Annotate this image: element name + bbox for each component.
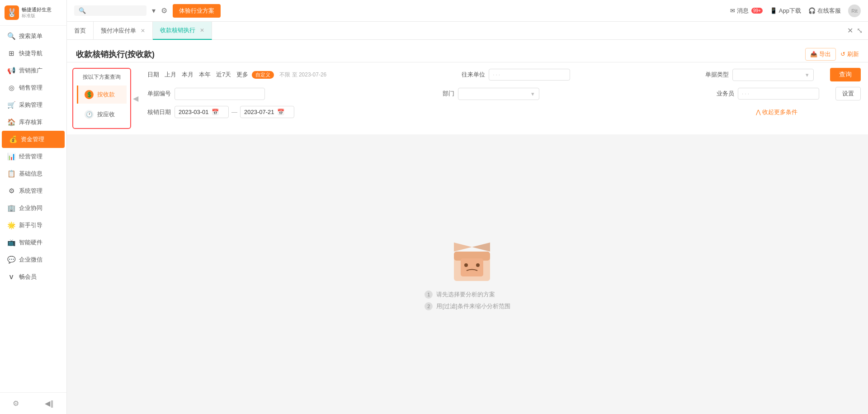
tab-prepay-offset[interactable]: 预付冲应付单 ✕ bbox=[94, 22, 153, 40]
system-icon: ⚙ bbox=[7, 187, 15, 195]
date-preset-this-year[interactable]: 本年 bbox=[197, 70, 212, 80]
offset-date-end-input[interactable]: 2023-07-21 📅 bbox=[240, 106, 294, 118]
receipt-tab-label: 收款核销执行 bbox=[160, 26, 195, 34]
header-search-bar[interactable]: 🔍 bbox=[74, 5, 146, 16]
receipt-tab-close-icon[interactable]: ✕ bbox=[200, 27, 204, 33]
hint-text-2: 用[过滤]条件来缩小分析范围 bbox=[436, 302, 510, 310]
counterparty-input[interactable]: ··· bbox=[489, 69, 570, 81]
sidebar-item-basic-info[interactable]: 📋 基础信息 bbox=[0, 165, 66, 182]
sidebar-collapse-icon[interactable]: ◀‖ bbox=[43, 397, 56, 409]
hint-num-1: 1 bbox=[425, 290, 433, 299]
calendar-end-icon: 📅 bbox=[277, 109, 284, 115]
sidebar-item-system[interactable]: ⚙ 系统管理 bbox=[0, 182, 66, 200]
tab-close-all-icon[interactable]: ✕ bbox=[847, 26, 853, 35]
tab-expand-icon[interactable]: ⤡ bbox=[857, 26, 863, 35]
counterparty-field-group: 往来单位 ··· bbox=[462, 69, 570, 81]
date-preset-7days[interactable]: 近7天 bbox=[214, 70, 233, 80]
sidebar-item-operations[interactable]: 📊 经营管理 bbox=[0, 148, 66, 165]
sidebar-item-label: 采购管理 bbox=[19, 101, 42, 109]
date-preset-more[interactable]: 更多 bbox=[235, 70, 250, 80]
sidebar-item-guide[interactable]: 🌟 新手引导 bbox=[0, 217, 66, 234]
logo-icon: 🐰 bbox=[5, 5, 19, 20]
docno-input[interactable] bbox=[175, 88, 265, 100]
sidebar-item-member[interactable]: V 畅会员 bbox=[0, 268, 66, 286]
sidebar-item-label: 营销推广 bbox=[19, 67, 42, 75]
tab-home[interactable]: 首页 bbox=[67, 22, 94, 40]
enterprise-icon: 🏢 bbox=[7, 204, 15, 212]
app-download-btn[interactable]: 📱 App下载 bbox=[770, 7, 801, 15]
online-service-btn[interactable]: 🎧 在线客服 bbox=[808, 7, 841, 15]
sidebar-item-wechat[interactable]: 💬 企业微信 bbox=[0, 251, 66, 268]
tab-bar: 首页 预付冲应付单 ✕ 收款核销执行 ✕ ✕ ⤡ bbox=[67, 22, 868, 40]
sidebar-item-sales[interactable]: ◎ 销售管理 bbox=[0, 79, 66, 96]
settings-button[interactable]: 设置 bbox=[835, 87, 861, 100]
search-icon: 🔍 bbox=[79, 7, 86, 14]
action-col: 查询 bbox=[830, 68, 861, 81]
export-icon: 📤 bbox=[810, 51, 817, 57]
prepay-tab-close-icon[interactable]: ✕ bbox=[141, 28, 145, 34]
date-preset-this-month[interactable]: 本月 bbox=[180, 70, 195, 80]
filter-type-box: 按以下方案查询 💲 按收款 🕐 按应收 bbox=[72, 68, 131, 129]
sidebar-item-search-menu[interactable]: 🔍 搜索菜单 bbox=[0, 28, 66, 45]
online-service-label: 在线客服 bbox=[817, 7, 841, 15]
receivable-type-icon: 🕐 bbox=[85, 110, 94, 119]
finance-icon: 💰 bbox=[9, 135, 17, 143]
page-header: 收款核销执行(按收款) 📤 导出 ↺ 刷新 bbox=[67, 40, 868, 62]
offset-date-start-input[interactable]: 2023-03-01 📅 bbox=[175, 106, 229, 118]
filter-type-by-receipt[interactable]: 💲 按收款 bbox=[77, 86, 127, 104]
page-title: 收款核销执行(按收款) bbox=[76, 49, 155, 60]
docno-label: 单据编号 bbox=[147, 90, 171, 98]
sidebar-item-marketing[interactable]: 📢 营销推广 bbox=[0, 62, 66, 79]
quick-nav-icon: ⊞ bbox=[7, 49, 15, 57]
doctype-select[interactable]: ▾ bbox=[732, 69, 814, 81]
purchase-icon: 🛒 bbox=[7, 101, 15, 109]
staff-input[interactable]: ··· bbox=[738, 88, 819, 100]
sidebar-item-label: 经营管理 bbox=[19, 152, 42, 161]
query-button[interactable]: 查询 bbox=[830, 68, 861, 81]
dept-field-group: 部门 ▾ bbox=[443, 88, 539, 100]
sidebar-item-finance[interactable]: 💰 资金管理 bbox=[2, 131, 65, 148]
sidebar-item-purchase[interactable]: 🛒 采购管理 bbox=[0, 96, 66, 114]
sidebar-item-inventory[interactable]: 🏠 库存核算 bbox=[0, 114, 66, 131]
sidebar-item-hardware[interactable]: 📺 智能硬件 bbox=[0, 234, 66, 251]
svg-point-4 bbox=[476, 263, 480, 267]
header-settings-icon[interactable]: ⚙ bbox=[161, 6, 167, 15]
industry-solution-button[interactable]: 体验行业方案 bbox=[173, 4, 221, 18]
sidebar-item-label: 搜索菜单 bbox=[19, 32, 42, 40]
header-actions: ✉ 消息 99+ 📱 App下载 🎧 在线客服 Rit bbox=[730, 5, 861, 17]
sidebar-bottom: ⚙ ◀‖ bbox=[0, 392, 66, 414]
tab-receipt-offset[interactable]: 收款核销执行 ✕ bbox=[153, 22, 212, 40]
sidebar-item-quick-nav[interactable]: ⊞ 快捷导航 bbox=[0, 45, 66, 62]
sidebar-item-label: 资金管理 bbox=[21, 135, 44, 143]
operations-icon: 📊 bbox=[7, 152, 15, 161]
collapse-btn[interactable]: ⋀ 收起更多条件 bbox=[756, 108, 797, 116]
staff-dots-icon: ··· bbox=[742, 90, 750, 97]
message-btn[interactable]: ✉ 消息 99+ bbox=[730, 7, 763, 15]
guide-icon: 🌟 bbox=[7, 221, 15, 229]
message-badge: 99+ bbox=[751, 8, 763, 14]
staff-field-group: 业务员 ··· bbox=[717, 88, 819, 100]
doctype-field-group: 单据类型 ▾ bbox=[705, 69, 814, 81]
filter-type-by-receivable-label: 按应收 bbox=[97, 110, 115, 119]
svg-point-3 bbox=[464, 263, 468, 267]
user-avatar[interactable]: Rit bbox=[848, 5, 861, 17]
export-button[interactable]: 📤 导出 bbox=[805, 48, 836, 61]
header-gear-icon[interactable]: ▾ bbox=[152, 6, 156, 15]
custom-tag[interactable]: 自定义 bbox=[252, 71, 274, 79]
offset-date-range: 2023-03-01 📅 — 2023-07-21 📅 bbox=[175, 106, 294, 118]
basic-info-icon: 📋 bbox=[7, 170, 15, 178]
date-range-separator: — bbox=[231, 109, 237, 115]
sidebar-item-enterprise[interactable]: 🏢 企业协同 bbox=[0, 200, 66, 217]
dept-select[interactable]: ▾ bbox=[458, 88, 539, 100]
offset-date-end-value: 2023-07-21 bbox=[244, 109, 274, 115]
prepay-tab-label: 预付冲应付单 bbox=[101, 27, 136, 35]
marketing-icon: 📢 bbox=[7, 67, 15, 75]
panel-toggle-icon[interactable]: ◀ bbox=[131, 62, 140, 134]
sidebar-settings-icon[interactable]: ⚙ bbox=[11, 397, 21, 409]
offset-date-field-group: 核销日期 2023-03-01 📅 — 2023-07-21 📅 bbox=[147, 106, 294, 118]
refresh-button[interactable]: ↺ 刷新 bbox=[840, 50, 859, 58]
filter-type-by-receivable[interactable]: 🕐 按应收 bbox=[77, 105, 127, 124]
date-preset-last-month[interactable]: 上月 bbox=[163, 70, 178, 80]
right-panel: 1 请先选择要分析的方案 2 用[过滤]条件来缩小分析范围 bbox=[67, 134, 868, 414]
filter-type-by-receipt-label: 按收款 bbox=[97, 90, 115, 99]
